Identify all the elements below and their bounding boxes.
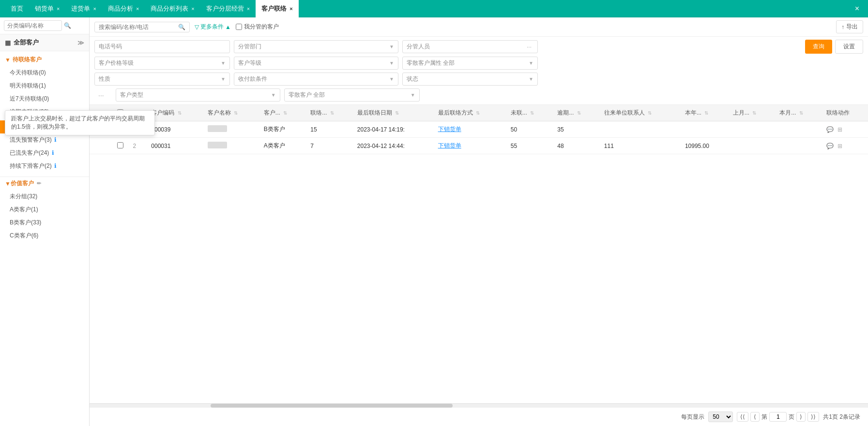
page-number-input[interactable] xyxy=(769,412,787,422)
filter-customer-type[interactable]: 客户类型 ▼ xyxy=(116,88,280,102)
filter-retail-customer[interactable]: 零散客户 全部 ▼ xyxy=(284,88,420,102)
sidebar-item-class-a[interactable]: A类客户(1) xyxy=(0,203,89,216)
horizontal-scrollbar[interactable] xyxy=(90,403,868,407)
next-page-btn[interactable]: ⟩ xyxy=(796,412,806,422)
filter-icon: ▽ xyxy=(195,24,199,30)
close-product-analysis-icon[interactable]: × xyxy=(136,6,139,12)
row-overdue: 35 xyxy=(552,121,599,138)
filter-row-1: 电话号码 分管部门 ▼ 分管人员 ··· 查询 设置 xyxy=(94,40,863,54)
row-select-checkbox[interactable] xyxy=(117,142,123,148)
last-way-link[interactable]: 下销货单 xyxy=(438,142,461,149)
sort-overdue-icon[interactable]: ⇅ xyxy=(577,110,581,116)
table-row: 2 000031 A类客户 7 2023-04-12 14:44: 下销货单 5… xyxy=(90,138,868,154)
row-unreached: 55 xyxy=(506,138,553,154)
sidebar-item-today[interactable]: 今天待联络(0) xyxy=(0,66,89,79)
top-nav: 首页 销货单 × 进货单 × 商品分析 × 商品分析列表 × 客户分层经营 × … xyxy=(0,0,868,17)
more-conditions-btn[interactable]: ▽ 更多条件 ▲ xyxy=(195,23,231,31)
nav-tab-customer-layer[interactable]: 客户分层经营 × xyxy=(200,0,256,17)
filter-nature[interactable]: 性质 ▼ xyxy=(94,73,230,86)
nav-tab-product-list[interactable]: 商品分析列表 × xyxy=(145,0,200,17)
chevron-down-status-icon: ▼ xyxy=(529,76,533,82)
sort-lmonth-icon[interactable]: ⇅ xyxy=(752,110,756,116)
my-customers-toggle[interactable]: 我分管的客户 xyxy=(236,23,279,31)
export-button[interactable]: ↑ 导出 xyxy=(836,20,863,33)
row-last-date: 2023-04-12 14:44: xyxy=(352,138,433,154)
sort-way-icon[interactable]: ⇅ xyxy=(476,110,480,116)
prev-page-btn[interactable]: ⟨ xyxy=(750,412,760,422)
sidebar-search-input[interactable] xyxy=(4,20,62,31)
close-sales-icon[interactable]: × xyxy=(57,6,60,12)
sort-name-icon[interactable]: ⇅ xyxy=(234,110,238,116)
search-icon[interactable]: 🔍 xyxy=(178,24,185,30)
sort-unit-icon[interactable]: ⇅ xyxy=(648,110,652,116)
row-unreached: 50 xyxy=(506,121,553,138)
chevron-down-dept-icon: ▼ xyxy=(389,44,394,49)
filter-phone[interactable]: 电话号码 xyxy=(94,40,230,53)
my-customers-checkbox[interactable] xyxy=(236,24,242,30)
sidebar-item-7days[interactable]: 近7天待联络(0) xyxy=(0,92,89,105)
nav-tab-product-analysis[interactable]: 商品分析 × xyxy=(102,0,145,17)
sort-unreached-icon[interactable]: ⇅ xyxy=(530,110,534,116)
sidebar-all-customers-header[interactable]: ▦ 全部客户 ≫ xyxy=(0,34,89,51)
sidebar-item-churn-warning[interactable]: 流失预警客户(3) ℹ xyxy=(0,133,89,147)
nav-tab-sales[interactable]: 销货单 × xyxy=(29,0,65,17)
sidebar-group-pending[interactable]: ▼ 待联络客户 xyxy=(0,53,89,66)
filter-payment[interactable]: 收付款条件 ▼ xyxy=(234,73,398,86)
close-customer-layer-icon[interactable]: × xyxy=(247,6,250,12)
row-code: 000031 xyxy=(146,138,202,154)
filter-status[interactable]: 状态 ▼ xyxy=(402,73,538,86)
nav-tab-customer-contact[interactable]: 客户联络 × xyxy=(256,0,298,17)
search-input[interactable] xyxy=(99,24,176,30)
chevron-down-retail2-icon: ▼ xyxy=(411,92,415,98)
action-qr-icon[interactable]: ⊞ xyxy=(838,143,842,149)
first-page-btn[interactable]: ⟨⟨ xyxy=(737,412,748,422)
sort-contact-icon[interactable]: ⇅ xyxy=(330,110,334,116)
filter-price-level[interactable]: 客户价格等级 ▼ xyxy=(94,57,230,70)
filter-person[interactable]: 分管人员 ··· xyxy=(402,40,538,53)
per-page-select[interactable]: 50 100 200 xyxy=(708,411,733,422)
last-page-btn[interactable]: ⟩⟩ xyxy=(807,412,819,422)
filter-phone-input[interactable] xyxy=(124,44,226,50)
close-purchase-icon[interactable]: × xyxy=(93,6,96,12)
sort-code-icon[interactable]: ⇅ xyxy=(178,110,182,116)
row-name xyxy=(203,138,259,154)
nav-close-all-button[interactable]: × xyxy=(851,4,863,13)
action-chat-icon[interactable]: 💬 xyxy=(826,143,834,149)
arrow-down-icon: ▼ xyxy=(5,57,11,63)
edit-value-icon[interactable]: ✏ xyxy=(37,180,41,187)
filter-dept[interactable]: 分管部门 ▼ xyxy=(234,40,398,53)
sidebar-item-declining[interactable]: 持续下滑客户(2) ℹ xyxy=(0,160,89,173)
page-suffix-label: 页 xyxy=(789,413,794,421)
sort-tmonth-icon[interactable]: ⇅ xyxy=(799,110,803,116)
sidebar-item-class-c[interactable]: C类客户(6) xyxy=(0,229,89,242)
table-header-row: ⚙ # 客户编码 ⇅ 客户名称 ⇅ 客户... ⇅ 联络... ⇅ 最后联络日期… xyxy=(90,105,868,121)
filter-retail-attr[interactable]: 零散客户属性 全部 ▼ xyxy=(402,57,538,70)
sidebar-group-value[interactable]: ▼ 价值客户 ✏ xyxy=(0,177,89,190)
sidebar-item-tomorrow[interactable]: 明天待联络(1) xyxy=(0,79,89,92)
chevron-down-type-icon: ▼ xyxy=(271,92,276,98)
sidebar-item-class-b[interactable]: B类客户(33) xyxy=(0,216,89,229)
sort-year-icon[interactable]: ⇅ xyxy=(704,110,708,116)
filter-customer-level[interactable]: 客户等级 ▼ xyxy=(234,57,398,70)
sidebar-collapse-icon[interactable]: ≫ xyxy=(77,39,84,46)
action-chat-icon[interactable]: 💬 xyxy=(826,126,834,133)
query-button[interactable]: 查询 xyxy=(805,40,832,54)
horizontal-scroll-thumb[interactable] xyxy=(211,404,453,408)
last-way-link[interactable]: 下销货单 xyxy=(438,126,461,132)
th-last-month: 上月... ⇅ xyxy=(728,105,775,121)
sort-type-icon[interactable]: ⇅ xyxy=(283,110,287,116)
row-checkbox xyxy=(112,138,128,154)
sidebar-item-ungrouped[interactable]: 未分组(32) xyxy=(0,190,89,203)
nav-tab-purchase[interactable]: 进货单 × xyxy=(65,0,102,17)
row-unit-contacts: 111 xyxy=(599,138,680,154)
th-this-year: 本年... ⇅ xyxy=(680,105,728,121)
row4-more-icon[interactable]: ··· xyxy=(94,89,108,101)
sidebar-search-icon[interactable]: 🔍 xyxy=(64,22,71,29)
settings-button[interactable]: 设置 xyxy=(835,40,863,54)
nav-tab-home[interactable]: 首页 xyxy=(5,0,29,17)
action-qr-icon[interactable]: ⊞ xyxy=(838,126,842,133)
close-product-list-icon[interactable]: × xyxy=(191,6,194,12)
sort-date-icon[interactable]: ⇅ xyxy=(395,110,399,116)
close-customer-contact-icon[interactable]: × xyxy=(289,6,292,12)
sidebar-item-churned[interactable]: 已流失客户(24) ℹ xyxy=(0,147,89,160)
